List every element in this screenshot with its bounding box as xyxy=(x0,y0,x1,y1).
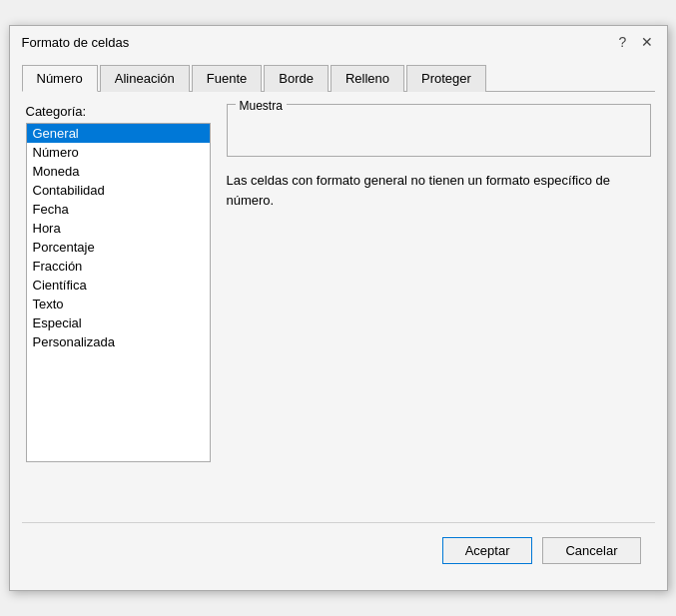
list-item[interactable]: Número xyxy=(27,143,210,162)
tab-bar: NúmeroAlineaciónFuenteBordeRellenoProteg… xyxy=(22,64,655,92)
list-item[interactable]: Hora xyxy=(27,219,210,238)
tab-alineación[interactable]: Alineación xyxy=(100,65,190,92)
muestra-content xyxy=(228,120,650,156)
dialog-title: Formato de celdas xyxy=(22,35,130,50)
list-item[interactable]: Texto xyxy=(27,295,210,313)
list-item[interactable]: Fracción xyxy=(27,257,210,276)
list-item[interactable]: Fecha xyxy=(27,200,210,219)
accept-button[interactable]: Aceptar xyxy=(442,537,533,564)
title-bar-controls: ? ✕ xyxy=(615,34,655,50)
cancel-button[interactable]: Cancelar xyxy=(542,537,640,564)
tab-número[interactable]: Número xyxy=(22,65,98,92)
tab-relleno[interactable]: Relleno xyxy=(331,65,404,92)
close-button[interactable]: ✕ xyxy=(639,34,655,50)
category-listbox[interactable]: GeneralNúmeroMonedaContabilidadFechaHora… xyxy=(26,123,211,462)
list-item[interactable]: General xyxy=(27,124,210,143)
format-cells-dialog: Formato de celdas ? ✕ NúmeroAlineaciónFu… xyxy=(9,25,668,591)
muestra-group: Muestra xyxy=(227,104,651,157)
category-label: Categoría: xyxy=(26,104,211,119)
dialog-footer: Aceptar Cancelar xyxy=(22,522,655,578)
tab-fuente[interactable]: Fuente xyxy=(192,65,262,92)
list-item[interactable]: Personalizada xyxy=(27,332,210,351)
muestra-legend: Muestra xyxy=(236,99,287,113)
title-bar: Formato de celdas ? ✕ xyxy=(10,26,667,56)
description-text: Las celdas con formato general no tienen… xyxy=(227,171,651,210)
list-item[interactable]: Contabilidad xyxy=(27,181,210,200)
main-area: Categoría: GeneralNúmeroMonedaContabilid… xyxy=(22,104,655,462)
tab-proteger[interactable]: Proteger xyxy=(406,65,486,92)
help-button[interactable]: ? xyxy=(615,34,631,50)
right-panel: Muestra Las celdas con formato general n… xyxy=(227,104,651,462)
list-item[interactable]: Especial xyxy=(27,313,210,332)
tab-borde[interactable]: Borde xyxy=(264,65,329,92)
dialog-content: NúmeroAlineaciónFuenteBordeRellenoProteg… xyxy=(10,56,667,590)
left-panel: Categoría: GeneralNúmeroMonedaContabilid… xyxy=(26,104,211,462)
list-item[interactable]: Moneda xyxy=(27,162,210,181)
list-item[interactable]: Porcentaje xyxy=(27,238,210,257)
list-item[interactable]: Científica xyxy=(27,276,210,295)
